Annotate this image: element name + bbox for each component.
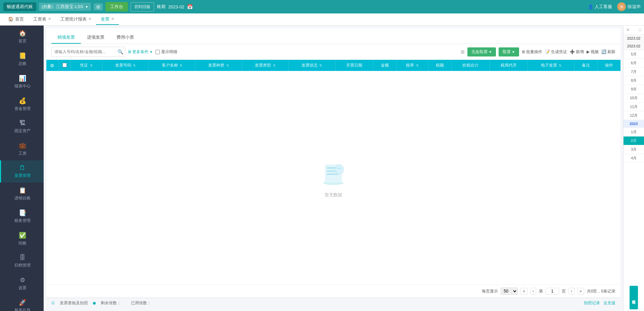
first-page-btn[interactable]: « xyxy=(520,288,527,295)
sidebar-label-settings: 设置 xyxy=(18,285,27,291)
filter-dropdown-icon: ▼ xyxy=(149,50,153,54)
maximize-panel-btn[interactable]: □ xyxy=(638,27,642,33)
col-electronic[interactable]: 电子发票 ⇅ xyxy=(528,60,574,71)
salary-report-tab-close[interactable]: ✕ xyxy=(88,17,91,21)
period-entry-8[interactable]: 11月 xyxy=(624,103,644,111)
sidebar-label-home: 首页 xyxy=(18,38,27,44)
period-entry-9[interactable]: 12月 xyxy=(624,111,644,120)
more-filter-button[interactable]: ⊞ 更多条件 ▼ xyxy=(128,49,153,55)
data-table: ⚙ 凭证 ⇅ 发票号码 ⇅ 客户名称 xyxy=(46,60,620,71)
col-tax-rate[interactable]: 税率 ⇅ xyxy=(397,60,428,71)
sub-tab-expense[interactable]: 费用小票 xyxy=(110,32,140,44)
switch-old-button[interactable]: 切到旧版 xyxy=(131,2,154,11)
col-remark[interactable]: 备注 xyxy=(574,60,598,71)
service-btn[interactable]: 👤 人工客服 xyxy=(588,4,612,10)
sidebar-item-invoice-mgmt[interactable]: 🗒 发票管理 xyxy=(0,160,44,183)
open-period-button[interactable]: 开账日期 xyxy=(630,286,638,309)
period-entry-4[interactable]: 7月 xyxy=(624,68,644,76)
gen-voucher-button[interactable]: 📝 生成凭证 xyxy=(545,49,567,55)
dot-indicator xyxy=(93,302,96,305)
sidebar-item-ledger[interactable]: 📒 总账 xyxy=(0,48,44,71)
assets-icon: 🏗 xyxy=(19,120,26,127)
new-button[interactable]: ➕ 新增 xyxy=(570,49,584,55)
recharge-link[interactable]: 去充值 xyxy=(603,300,615,306)
close-panel-btn[interactable]: ✕ xyxy=(625,27,631,33)
funds-icon: 💰 xyxy=(19,97,26,105)
sub-tab-sales[interactable]: 销项发票 xyxy=(51,32,81,44)
search-input[interactable] xyxy=(51,47,125,57)
period-entry-1[interactable]: 2023.02 xyxy=(624,42,644,50)
period-entry-7[interactable]: 10月 xyxy=(624,94,644,103)
sidebar-item-reports[interactable]: 📊 报表中心 xyxy=(0,71,44,93)
period-entry-13[interactable]: 3月 xyxy=(624,145,644,154)
last-page-btn[interactable]: » xyxy=(577,288,584,295)
sidebar-item-close-account[interactable]: ✅ 结账 xyxy=(0,228,44,250)
col-voucher[interactable]: 凭证 ⇅ xyxy=(71,60,102,71)
col-amount-label: 金额 xyxy=(381,63,389,68)
page-input[interactable] xyxy=(546,288,559,295)
take-ticket-button[interactable]: 取票 ▼ xyxy=(499,47,519,56)
col-customer[interactable]: 客户名称 ⇅ xyxy=(149,60,195,71)
calendar-icon[interactable]: 📅 xyxy=(187,4,193,9)
status-links: 拍照记录 去充值 xyxy=(584,300,615,306)
per-page-select[interactable]: 50 10 20 100 xyxy=(501,287,518,295)
col-checkbox[interactable] xyxy=(58,60,71,71)
col-settings[interactable]: ⚙ xyxy=(46,60,58,71)
period-entry-0[interactable]: 2023.02 xyxy=(624,35,644,42)
col-amount[interactable]: 金额 xyxy=(373,60,397,71)
sidebar-item-purchase-ledger[interactable]: 📋 进销台账 xyxy=(0,183,44,205)
tab-salary[interactable]: 工资表 ✕ xyxy=(29,14,56,25)
select-all-checkbox[interactable] xyxy=(62,63,67,67)
col-electronic-sort: ⇅ xyxy=(559,64,561,67)
sidebar-item-salary[interactable]: 💼 工资 xyxy=(0,138,44,160)
col-date[interactable]: 开票日期 xyxy=(335,60,373,71)
company-selector[interactable]: (勿删）江西股宝-LSS ▼ xyxy=(39,3,91,11)
period-entry-5[interactable]: 8月 xyxy=(624,76,644,85)
no-ticket-button[interactable]: 无血取票 ▼ xyxy=(467,47,496,56)
col-status[interactable]: 发票状态 ⇅ xyxy=(288,60,335,71)
col-tax-agency[interactable]: 税局代开 xyxy=(490,60,528,71)
col-tax[interactable]: 税额 xyxy=(428,60,451,71)
batch-op-button[interactable]: ⊞ 批量操作 xyxy=(522,49,542,55)
reports-icon: 📊 xyxy=(19,75,26,82)
video-button[interactable]: ▶ 视频 xyxy=(587,49,599,55)
tab-home[interactable]: 🏠 首页 xyxy=(3,14,29,25)
search-icon[interactable]: 🔍 xyxy=(118,49,123,54)
col-tax-label: 税额 xyxy=(436,63,444,68)
no-ticket-label: 无血取票 xyxy=(471,49,488,55)
sidebar-item-tax-mgmt[interactable]: 📑 税务管理 xyxy=(0,205,44,228)
tab-invoice[interactable]: 发票 ✕ xyxy=(96,14,119,25)
sidebar-item-archive[interactable]: 🗄 归档管理 xyxy=(0,250,44,272)
col-invoice-type[interactable]: 发票种类 ⇅ xyxy=(195,60,242,71)
sidebar-item-guide[interactable]: 🚀 新手引导 xyxy=(0,295,44,311)
period-entry-6[interactable]: 9月 xyxy=(624,85,644,94)
sidebar-item-home[interactable]: 🏠 首页 xyxy=(0,26,44,48)
col-tax-rate-sort: ⇅ xyxy=(416,64,419,67)
sub-tab-purchase[interactable]: 进项发票 xyxy=(81,32,110,44)
period-entry-12-active[interactable]: 2月 xyxy=(624,137,644,145)
sidebar-item-settings[interactable]: ⚙ 设置 xyxy=(0,272,44,295)
user-info[interactable]: 徐 徐溢华 xyxy=(617,2,641,11)
tab-salary-report[interactable]: 工资统计报表 ✕ xyxy=(56,14,96,25)
refresh-button[interactable]: 🔄 刷新 xyxy=(601,49,615,55)
prev-page-btn[interactable]: ‹ xyxy=(530,288,536,295)
sidebar-item-assets[interactable]: 🏗 固定资产 xyxy=(0,116,44,138)
copy-icon-btn[interactable]: ⊞ xyxy=(94,3,103,10)
next-page-btn[interactable]: › xyxy=(568,288,574,295)
invoice-tab-close[interactable]: ✕ xyxy=(111,17,114,21)
salary-tab-close[interactable]: ✕ xyxy=(48,17,51,21)
col-invoice-no[interactable]: 发票号码 ⇅ xyxy=(102,60,149,71)
period-entry-2[interactable]: 5月 xyxy=(624,50,644,59)
photo-record-link[interactable]: 拍照记录 xyxy=(584,300,600,306)
col-total[interactable]: 价税合计 xyxy=(451,60,490,71)
grid-view-icon[interactable]: ⊞ xyxy=(461,49,465,54)
period-entry-11[interactable]: 1月 xyxy=(624,128,644,137)
sidebar-item-funds[interactable]: 💰 资金管理 xyxy=(0,93,44,116)
show-detail-checkbox[interactable] xyxy=(155,50,160,54)
workspace-button[interactable]: 工作台 xyxy=(105,2,128,11)
col-invoice-category[interactable]: 发票类型 ⇅ xyxy=(242,60,288,71)
salary-report-tab-label: 工资统计报表 xyxy=(60,16,87,22)
period-entry-14[interactable]: 4月 xyxy=(624,154,644,163)
period-entry-3[interactable]: 6月 xyxy=(624,59,644,68)
show-detail-checkbox-label[interactable]: 显示明细 xyxy=(155,49,177,55)
